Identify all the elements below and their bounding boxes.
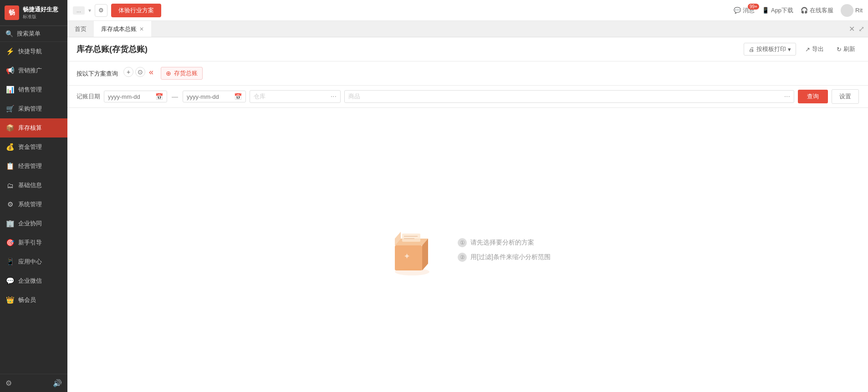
app-download-label: App下载 bbox=[771, 6, 793, 15]
panel-close-icon[interactable]: ✕ bbox=[849, 25, 855, 33]
svg-rect-6 bbox=[402, 234, 420, 242]
sidebar-search[interactable]: 🔍 搜索菜单 bbox=[0, 26, 67, 42]
export-button[interactable]: ↗ 导出 bbox=[802, 43, 827, 55]
sidebar-logo: 畅 畅捷通好生意 标准版 bbox=[0, 0, 67, 26]
print-chevron-icon: ▾ bbox=[788, 46, 791, 53]
sidebar-item-label: 应用中心 bbox=[18, 258, 62, 266]
sidebar-item-enterprise[interactable]: 🏢 企业协同 bbox=[0, 214, 67, 233]
sidebar-footer: ⚙ 🔊 bbox=[0, 374, 67, 392]
print-button[interactable]: 🖨 按模板打印 ▾ bbox=[744, 43, 796, 56]
sidebar-item-finance[interactable]: 💰 资金管理 bbox=[0, 137, 67, 157]
topbar: ... ▾ ⚙ 体验行业方案 💬 消息 99+ 📱 App下载 🎧 在线客服 R bbox=[67, 0, 868, 21]
empty-illustration: ✦ bbox=[385, 223, 439, 277]
wechat-icon: 💬 bbox=[5, 276, 15, 285]
svg-text:✦: ✦ bbox=[403, 252, 410, 261]
sidebar-item-system[interactable]: ⚙ 系统管理 bbox=[0, 195, 67, 214]
chevron-down-icon: ▾ bbox=[88, 7, 91, 14]
settings-button[interactable]: 设置 bbox=[832, 89, 859, 104]
calendar-end-icon[interactable]: 📅 bbox=[234, 93, 242, 100]
sidebar-item-quick-nav[interactable]: ⚡ 快捷导航 bbox=[0, 42, 67, 61]
add-filter-button[interactable]: + bbox=[123, 67, 133, 77]
quick-nav-icon: ⚡ bbox=[5, 47, 15, 56]
empty-hint-2: ② 用[过滤]条件来缩小分析范围 bbox=[458, 253, 551, 262]
empty-texts: ① 请先选择要分析的方案 ② 用[过滤]条件来缩小分析范围 bbox=[458, 238, 551, 262]
tab-inventory-cost-label: 库存成本总账 bbox=[101, 25, 137, 33]
scheme-item[interactable]: ⊕ 存货总账 bbox=[161, 67, 203, 80]
topbar-settings-icon[interactable]: ⚙ bbox=[95, 4, 107, 17]
query-button[interactable]: 查询 bbox=[798, 90, 828, 103]
warehouse-select[interactable]: 仓库 ··· bbox=[250, 90, 341, 103]
sidebar-item-label: 新手引导 bbox=[18, 239, 62, 247]
sidebar-item-marketing[interactable]: 📢 营销推广 bbox=[0, 61, 67, 80]
speaker-footer-icon[interactable]: 🔊 bbox=[53, 379, 62, 387]
main-area: ... ▾ ⚙ 体验行业方案 💬 消息 99+ 📱 App下载 🎧 在线客服 R bbox=[67, 0, 868, 392]
message-button[interactable]: 💬 消息 99+ bbox=[734, 6, 755, 15]
sidebar-item-label: 资金管理 bbox=[18, 143, 62, 151]
sidebar-item-operations[interactable]: 📋 经营管理 bbox=[0, 157, 67, 176]
settings-footer-icon[interactable]: ⚙ bbox=[5, 379, 12, 387]
product-select[interactable]: 商品 ··· bbox=[344, 90, 794, 103]
headset-icon: 🎧 bbox=[801, 7, 808, 14]
hint-num-1: ① bbox=[458, 238, 467, 247]
sidebar-item-label: 企业协同 bbox=[18, 219, 62, 228]
empty-state: ✦ ① 请先选择要分析的方案 ② 用[过滤]条件来缩小分析范围 bbox=[67, 108, 868, 392]
sidebar-item-label: 系统管理 bbox=[18, 200, 62, 209]
app-center-icon: 📱 bbox=[5, 257, 15, 266]
export-label: 导出 bbox=[812, 45, 824, 53]
hint-text-2: 用[过滤]条件来缩小分析范围 bbox=[470, 253, 551, 261]
online-service-label: 在线客服 bbox=[810, 6, 833, 15]
refresh-icon: ↻ bbox=[837, 46, 842, 53]
refresh-label: 刷新 bbox=[843, 45, 855, 53]
tab-close-icon[interactable]: ✕ bbox=[139, 26, 144, 32]
sidebar-item-label: 采购管理 bbox=[18, 105, 62, 113]
sidebar-item-label: 快捷导航 bbox=[18, 47, 62, 56]
inventory-icon: 📦 bbox=[5, 123, 15, 132]
sidebar-item-purchase[interactable]: 🛒 采购管理 bbox=[0, 99, 67, 118]
online-service-button[interactable]: 🎧 在线客服 bbox=[801, 6, 833, 15]
topbar-left: ... ▾ ⚙ 体验行业方案 bbox=[73, 4, 734, 17]
user-avatar-button[interactable]: Rit bbox=[841, 4, 863, 17]
date-start-input[interactable] bbox=[108, 93, 153, 100]
sidebar-item-basic[interactable]: 🗂 基础信息 bbox=[0, 176, 67, 195]
page-header: 库存总账(存货总账) 🖨 按模板打印 ▾ ↗ 导出 ↻ 刷新 bbox=[67, 37, 868, 61]
date-start-input-wrap[interactable]: 📅 bbox=[104, 91, 167, 102]
sidebar-item-member[interactable]: 👑 畅会员 bbox=[0, 290, 67, 310]
sidebar-item-wechat[interactable]: 💬 企业微信 bbox=[0, 271, 67, 290]
calendar-start-icon[interactable]: 📅 bbox=[155, 93, 163, 100]
tab-home[interactable]: 首页 bbox=[67, 21, 94, 37]
hint-num-2: ② bbox=[458, 253, 467, 262]
sidebar-item-label: 销售管理 bbox=[18, 86, 62, 94]
app-download-button[interactable]: 📱 App下载 bbox=[762, 6, 793, 15]
sidebar-item-inventory[interactable]: 📦 库存核算 bbox=[0, 118, 67, 137]
sidebar-item-app-center[interactable]: 📱 应用中心 bbox=[0, 252, 67, 271]
message-icon: 💬 bbox=[734, 7, 741, 14]
basic-icon: 🗂 bbox=[5, 181, 15, 190]
breadcrumb: ... bbox=[73, 6, 85, 15]
manage-filter-button[interactable]: ⊙ bbox=[135, 67, 145, 77]
page-title: 库存总账(存货总账) bbox=[77, 44, 148, 55]
sidebar-item-label: 经营管理 bbox=[18, 162, 62, 170]
collapse-filter-button[interactable]: « bbox=[147, 67, 155, 77]
avatar bbox=[841, 4, 853, 17]
panel-expand-icon[interactable]: ⤢ bbox=[858, 25, 864, 33]
app-title: 畅捷通好生意 bbox=[23, 5, 58, 14]
warehouse-more-icon[interactable]: ··· bbox=[331, 92, 337, 101]
empty-box-svg: ✦ bbox=[385, 223, 439, 277]
content-area: 库存总账(存货总账) 🖨 按模板打印 ▾ ↗ 导出 ↻ 刷新 按以下方案查询 bbox=[67, 37, 868, 392]
export-icon: ↗ bbox=[805, 46, 810, 53]
date-end-input[interactable] bbox=[187, 93, 232, 100]
warehouse-label: 仓库 bbox=[254, 92, 329, 101]
sidebar-item-newbie[interactable]: 🎯 新手引导 bbox=[0, 233, 67, 252]
sidebar: 畅 畅捷通好生意 标准版 🔍 搜索菜单 ⚡ 快捷导航 📢 营销推广 📊 销售管理… bbox=[0, 0, 67, 392]
sidebar-item-sales[interactable]: 📊 销售管理 bbox=[0, 80, 67, 99]
date-end-input-wrap[interactable]: 📅 bbox=[183, 91, 246, 102]
date-row: 记账日期 📅 — 📅 仓库 ··· 商品 ··· 查询 设置 bbox=[67, 86, 868, 108]
system-icon: ⚙ bbox=[5, 200, 15, 209]
purchase-icon: 🛒 bbox=[5, 104, 15, 113]
trial-button[interactable]: 体验行业方案 bbox=[111, 4, 161, 17]
refresh-button[interactable]: ↻ 刷新 bbox=[833, 43, 859, 55]
sidebar-item-label: 企业微信 bbox=[18, 277, 62, 285]
product-more-icon[interactable]: ··· bbox=[784, 92, 790, 101]
scheme-label: 存货总账 bbox=[174, 69, 198, 77]
tab-inventory-cost[interactable]: 库存成本总账 ✕ bbox=[94, 21, 151, 37]
